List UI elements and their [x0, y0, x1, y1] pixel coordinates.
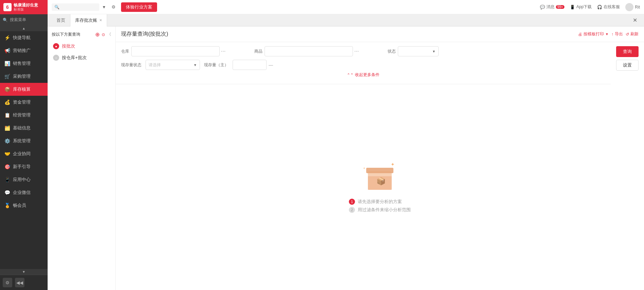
sidebar-item-enterprise[interactable]: 🤝 企业协同 [0, 147, 48, 160]
svg-rect-1 [366, 168, 393, 173]
service-btn[interactable]: 🎧 在线客服 [597, 4, 620, 10]
sidebar-item-apps[interactable]: 📱 应用中心 [0, 173, 48, 186]
brand-logo: 6 [3, 3, 12, 11]
plan-item-warehouse-batch[interactable]: ○ 按仓库+批次 [48, 52, 115, 64]
quick-nav-icon: ⚡ [4, 35, 10, 41]
plan-header-left: 按以下方案查询 [52, 32, 80, 37]
refresh-btn[interactable]: ↺ 刷新 [626, 31, 639, 37]
operations-icon: 📋 [4, 112, 10, 118]
sidebar-item-basics[interactable]: 🗂️ 基础信息 [0, 122, 48, 134]
basics-icon: 🗂️ [4, 125, 10, 131]
tab-home-label: 首页 [56, 17, 65, 23]
industry-btn[interactable]: 体验行业方案 [121, 2, 157, 12]
print-dropdown-icon[interactable]: ▼ [605, 32, 609, 36]
sidebar-settings-btn[interactable]: ⚙ [3, 278, 12, 287]
topbar-dropdown-btn[interactable]: ▼ [102, 5, 106, 10]
empty-svg: 📦 ✦ ✦ [359, 159, 400, 193]
print-btn[interactable]: 🖨 按模板打印 ▼ [578, 31, 609, 37]
tabbar: 首页 库存批次账 ✕ ✕ [48, 14, 644, 26]
close-all-tabs-btn[interactable]: ✕ [630, 14, 640, 26]
quantity-min-input[interactable] [233, 60, 267, 70]
right-panel: 现存量查询(按批次) 🖨 按模板打印 ▼ ↑ 导出 ↺ 刷新 [116, 26, 644, 290]
tab-close-btn[interactable]: ✕ [99, 18, 102, 22]
brand-sub: 标准版 [14, 7, 38, 12]
sidebar-item-marketing[interactable]: 📢 营销推广 [0, 44, 48, 57]
sidebar-item-inventory[interactable]: 📦 库存核算 [0, 83, 48, 96]
sidebar-collapse-btn[interactable]: ◀◀ [15, 278, 24, 287]
collapse-more-btn[interactable]: ⌃⌃ 收起更多条件 [121, 70, 605, 80]
app-download-btn[interactable]: 📱 App下载 [570, 4, 592, 10]
inventory-status-value: 请选择 [149, 62, 161, 68]
plan-item-batch[interactable]: ● 按批次 [48, 40, 115, 52]
step-num-2: 2 [349, 207, 355, 213]
sidebar-search[interactable]: 🔍 搜索菜单 [0, 14, 48, 25]
sidebar-item-operations[interactable]: 📋 经营管理 [0, 109, 48, 122]
sidebar-item-label: 销售管理 [13, 60, 31, 67]
headset-icon: 🎧 [597, 5, 602, 10]
empty-steps-list: 1 请先选择要分析的方案 2 用过滤条件来缩小分析范围 [349, 199, 411, 215]
sidebar-item-member[interactable]: 🏅 畅会员 [0, 199, 48, 212]
sidebar-item-quick-nav[interactable]: ⚡ 快捷导航 [0, 31, 48, 44]
empty-step-1: 1 请先选择要分析的方案 [349, 199, 411, 205]
scroll-down-btn[interactable]: ▼ [0, 269, 48, 275]
tab-batch[interactable]: 库存批次账 ✕ [70, 14, 107, 26]
brand-info: 畅康通好生意 标准版 [14, 3, 38, 12]
step-1-text: 请先选择要分析的方案 [358, 199, 402, 205]
message-badge: 99+ [556, 5, 564, 9]
sidebar-item-finance[interactable]: 💰 资金管理 [0, 96, 48, 109]
plan-panel-header: 按以下方案查询 ⊕ ⊙ 《 [48, 30, 115, 40]
warehouse-input[interactable] [131, 46, 220, 56]
content-area: 按以下方案查询 ⊕ ⊙ 《 ● 按批次 ○ 按仓库+批次 现存量查询(按批 [48, 26, 644, 290]
topbar: 🔍 ▼ ⚙ 体验行业方案 💬 消息 99+ 📱 App下载 🎧 在线客服 Rit [48, 0, 644, 14]
user-avatar[interactable]: Rit [625, 3, 640, 11]
topbar-search-icon: 🔍 [54, 5, 60, 10]
sidebar-item-purchase[interactable]: 🛒 采购管理 [0, 70, 48, 83]
sidebar-item-label: 新手引导 [13, 164, 31, 170]
sidebar-nav: ⚡ 快捷导航 📢 营销推广 📊 销售管理 🛒 采购管理 📦 库存核算 💰 资金管… [0, 31, 48, 269]
sidebar-item-newbie[interactable]: 🎯 新手引导 [0, 160, 48, 173]
export-btn[interactable]: ↑ 导出 [611, 31, 623, 37]
apps-icon: 📱 [4, 177, 10, 183]
sidebar-item-label: 采购管理 [13, 73, 31, 79]
service-label: 在线客服 [604, 4, 620, 10]
sidebar-item-label: 应用中心 [13, 177, 31, 183]
sidebar-item-sales[interactable]: 📊 销售管理 [0, 57, 48, 70]
goods-input[interactable] [265, 46, 353, 56]
system-icon: ⚙️ [4, 138, 10, 144]
topbar-search-box[interactable]: 🔍 [52, 3, 99, 11]
sidebar-item-label: 基础信息 [13, 125, 31, 131]
add-plan-btn[interactable]: ⊕ [95, 31, 100, 38]
status-dropdown[interactable]: ▼ [398, 46, 439, 56]
query-btn[interactable]: 查询 [616, 46, 639, 57]
sidebar-item-wechat[interactable]: 💬 企业微信 [0, 186, 48, 199]
message-btn[interactable]: 💬 消息 99+ [540, 4, 564, 10]
filter-row-1: 仓库 ··· 商品 ··· 状态 [121, 46, 605, 56]
filter-goods: 商品 ··· [254, 46, 384, 56]
filter-row-2: 现存量状态 请选择 ▼ 现存量（主） — [121, 60, 605, 70]
inventory-status-dropdown[interactable]: 请选择 ▼ [146, 60, 200, 70]
warehouse-dots-btn[interactable]: ··· [221, 48, 225, 54]
page-actions: 🖨 按模板打印 ▼ ↑ 导出 ↺ 刷新 [578, 31, 639, 37]
settings-btn[interactable]: 设置 [616, 60, 639, 71]
scroll-up-btn[interactable]: ▲ [0, 25, 48, 31]
filter-quantity: 现存量（主） — [204, 60, 273, 70]
tab-home[interactable]: 首页 [52, 14, 70, 26]
quantity-range: — [233, 60, 273, 70]
collapse-more-label: 收起更多条件 [355, 72, 379, 78]
finance-icon: 💰 [4, 99, 10, 105]
plan-item-warehouse-batch-label: 按仓库+批次 [62, 55, 87, 61]
plan-collapse-icon[interactable]: 《 [107, 32, 111, 37]
sidebar-item-label: 快捷导航 [13, 35, 31, 41]
sidebar-item-system[interactable]: ⚙️ 系统管理 [0, 134, 48, 147]
svg-text:📦: 📦 [376, 177, 386, 186]
topbar-settings-btn[interactable]: ⚙ [109, 2, 118, 12]
inventory-status-chevron-icon: ▼ [193, 63, 197, 67]
plan-settings-icon[interactable]: ⊙ [102, 32, 105, 37]
action-buttons: 查询 设置 [611, 42, 644, 71]
empty-state: 📦 ✦ ✦ 1 请先选择要分析的方案 2 用过滤条件来缩小分析范围 [116, 84, 644, 290]
brand-name: 畅康通好生意 [14, 3, 38, 7]
inventory-status-label: 现存量状态 [121, 62, 141, 68]
goods-dots-btn[interactable]: ··· [354, 48, 359, 54]
inventory-icon: 📦 [4, 86, 10, 92]
main-area: 🔍 ▼ ⚙ 体验行业方案 💬 消息 99+ 📱 App下载 🎧 在线客服 Rit [48, 0, 644, 290]
